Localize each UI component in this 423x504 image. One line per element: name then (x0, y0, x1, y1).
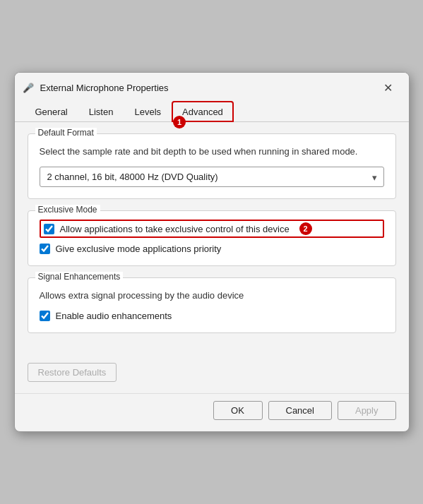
format-dropdown-wrapper: 1 channel, 16 bit, 44100 Hz (CD Quality)… (40, 167, 384, 187)
exclusive-priority-checkbox[interactable] (40, 244, 50, 254)
cancel-button[interactable]: Cancel (268, 401, 332, 420)
exclusive-mode-title: Exclusive Mode (35, 205, 100, 215)
apply-button[interactable]: Apply (338, 401, 396, 420)
tab-listen[interactable]: Listen (78, 101, 124, 122)
dialog-icon: 🎤 (23, 83, 34, 93)
signal-enhancements-section: Signal Enhancements Allows extra signal … (28, 277, 396, 333)
title-bar: 🎤 External Microphone Properties ✕ (15, 73, 409, 101)
ok-button[interactable]: OK (213, 401, 263, 420)
mic-icon: 🎤 (22, 82, 35, 95)
dialog-window: 🎤 External Microphone Properties ✕ Gener… (14, 72, 410, 432)
footer-area: Restore Defaults (15, 356, 409, 393)
exclusive-badge: 2 (299, 222, 312, 235)
exclusive-control-label[interactable]: Allow applications to take exclusive con… (60, 224, 290, 234)
exclusive-control-row: Allow applications to take exclusive con… (40, 220, 384, 238)
audio-enhancements-row: Enable audio enhancements (40, 311, 384, 321)
restore-defaults-button[interactable]: Restore Defaults (28, 363, 117, 382)
signal-enhancements-title: Signal Enhancements (35, 272, 124, 282)
default-format-section: Default Format Select the sample rate an… (28, 133, 396, 199)
tab-content: Default Format Select the sample rate an… (15, 122, 409, 356)
tab-general[interactable]: General (25, 101, 78, 122)
tabs-bar: General Listen Levels Advanced 1 (15, 101, 409, 122)
dialog-buttons: OK Cancel Apply (15, 393, 409, 431)
exclusive-control-checkbox[interactable] (44, 224, 54, 234)
exclusive-priority-label[interactable]: Give exclusive mode applications priorit… (56, 244, 222, 254)
close-button[interactable]: ✕ (378, 80, 399, 97)
dialog-title: External Microphone Properties (40, 83, 378, 93)
exclusive-priority-row: Give exclusive mode applications priorit… (40, 244, 384, 254)
exclusive-mode-section: Exclusive Mode Allow applications to tak… (28, 210, 396, 266)
audio-enhancements-checkbox[interactable] (40, 311, 50, 321)
audio-enhancements-label[interactable]: Enable audio enhancements (56, 311, 172, 321)
tab-levels[interactable]: Levels (124, 101, 172, 122)
tab-advanced-wrapper: Advanced 1 (172, 101, 234, 121)
tab-badge: 1 (173, 116, 186, 128)
default-format-title: Default Format (35, 128, 97, 138)
signal-enhancements-description: Allows extra signal processing by the au… (40, 289, 384, 302)
format-dropdown[interactable]: 1 channel, 16 bit, 44100 Hz (CD Quality)… (40, 167, 384, 187)
default-format-description: Select the sample rate and bit depth to … (40, 145, 384, 158)
